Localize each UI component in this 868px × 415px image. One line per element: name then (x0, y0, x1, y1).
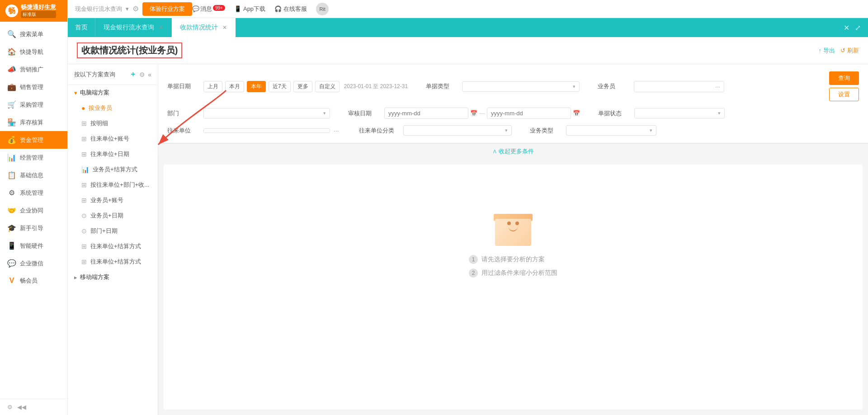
query-button[interactable]: 查询 (829, 71, 859, 85)
app-download-area[interactable]: 📱 App下载 (234, 5, 265, 13)
business-type-label: 业务类型 (530, 127, 557, 135)
sidebar-item-smart-hw[interactable]: 📱 智能硬件 (0, 237, 67, 255)
user-area[interactable]: Rit (316, 3, 329, 15)
this-month-btn[interactable]: 本月 (225, 81, 244, 92)
calendar-to-icon[interactable]: 📅 (573, 110, 580, 117)
tab-expand-icon[interactable]: ⤢ (855, 24, 861, 32)
refresh-button[interactable]: ↺ 刷新 (840, 47, 859, 55)
hint-item-1: 1 请先选择要分析的方案 (469, 255, 545, 264)
sidebar-item-business[interactable]: 📊 经营管理 (0, 149, 67, 166)
sidebar-item-warehouse[interactable]: 🏪 库存核算 (0, 113, 67, 131)
sidebar-item-enterprise[interactable]: 🤝 企业协同 (0, 202, 67, 219)
filter-area: 单据日期 上月 本月 本年 近7天 更多 自定义 2023-01-01 至 20… (158, 64, 868, 143)
plan-salesperson-settlement[interactable]: 📊 业务员+结算方式 (68, 162, 158, 177)
trial-industry-btn[interactable]: 体验行业方案 (142, 2, 192, 16)
plan-salesperson-account[interactable]: ⊞ 业务员+账号 (68, 193, 158, 208)
scheme-settings-icon[interactable]: ⚙ (139, 71, 145, 78)
settings-button[interactable]: 设置 (829, 88, 859, 101)
date-dash: — (479, 110, 485, 117)
message-label: 消息 (200, 5, 212, 13)
mobile-expand-icon: ▸ (74, 274, 77, 281)
export-button[interactable]: ↑ 导出 (819, 47, 835, 55)
tab-collection[interactable]: 收款情况统计 ✕ (172, 18, 236, 37)
review-date-area: 📅 — 📅 (384, 108, 580, 119)
custom-btn[interactable]: 自定义 (315, 81, 340, 92)
plan-counterpart-settlement2[interactable]: ⊞ 往来单位+结算方式 (68, 254, 158, 269)
settings-topbar-icon[interactable]: ⚙ (132, 5, 139, 13)
business-type-arrow: ▾ (650, 127, 652, 133)
wechat-icon: 💬 (7, 259, 16, 268)
review-date-to[interactable] (487, 108, 571, 119)
filter-row-3: 往来单位 ··· 往来单位分类 ▾ 业务类型 (167, 125, 859, 136)
calendar-from-icon[interactable]: 📅 (470, 110, 477, 117)
purchase-icon: 🛒 (7, 100, 16, 109)
desktop-plan-group[interactable]: ▾ 电脑端方案 (68, 85, 158, 100)
counterpart-category-label: 往来单位分类 (359, 127, 394, 135)
dept-select[interactable]: ▾ (203, 108, 330, 118)
guide-icon: 🎓 (7, 224, 16, 232)
message-area[interactable]: 💬 消息 99+ (192, 5, 225, 13)
plan-by-detail[interactable]: ⊞ 按明细 (68, 116, 158, 131)
tab-close-all-icon[interactable]: ✕ (844, 24, 849, 32)
cs2-plan-icon: ⊞ (81, 258, 87, 265)
business-type-select[interactable]: ▾ (566, 125, 656, 136)
empty-hint: 1 请先选择要分析的方案 2 用过滤条件来缩小分析范围 (469, 255, 557, 278)
mobile-plan-group[interactable]: ▸ 移动端方案 (68, 269, 158, 285)
voucher-status-select[interactable]: ▾ (634, 108, 725, 118)
sidebar: 畅 畅捷通好生意 标准版 🔍 搜索菜单 🏠 快捷导航 📣 营销推广 💼 销售管理 (0, 0, 68, 415)
sidebar-item-marketing[interactable]: 📣 营销推广 (0, 61, 67, 78)
tab-home[interactable]: 首页 (68, 18, 95, 37)
salesperson-ellipsis: ··· (715, 83, 720, 90)
online-service-area[interactable]: 🎧 在线客服 (274, 5, 307, 13)
sidebar-item-finance[interactable]: 💰 资金管理 (0, 131, 67, 149)
cs1-plan-icon: ⊞ (81, 243, 87, 250)
sidebar-item-system[interactable]: ⚙ 系统管理 (0, 184, 67, 202)
tab-bank[interactable]: 现金银行流水查询 ✕ (95, 18, 172, 37)
counterpart-select[interactable] (203, 128, 330, 133)
sidebar-item-wechat[interactable]: 💬 企业微信 (0, 255, 67, 272)
smart-hw-icon: 📱 (7, 241, 16, 250)
this-year-btn[interactable]: 本年 (247, 81, 266, 92)
plan-by-salesperson[interactable]: ● 按业务员 (68, 100, 158, 116)
collapse-bar[interactable]: ∧ 收起更多条件 (158, 143, 868, 159)
hint-item-2: 2 用过滤条件来缩小分析范围 (469, 269, 557, 278)
salesperson-select[interactable]: ··· (634, 81, 724, 92)
plan-counterpart-settlement1[interactable]: ⊞ 往来单位+结算方式 (68, 239, 158, 254)
ca-plan-icon: ⊞ (81, 135, 87, 142)
message-icon: 💬 (192, 5, 199, 12)
tab-collection-close[interactable]: ✕ (222, 24, 227, 31)
review-date-from[interactable] (384, 108, 468, 119)
sidebar-item-sales[interactable]: 💼 销售管理 (0, 78, 67, 96)
plan-counterpart-account[interactable]: ⊞ 往来单位+账号 (68, 131, 158, 146)
sidebar-item-guide[interactable]: 🎓 新手引导 (0, 219, 67, 237)
last-7-btn[interactable]: 近7天 (269, 81, 291, 92)
right-panel: 单据日期 上月 本月 本年 近7天 更多 自定义 2023-01-01 至 20… (158, 64, 868, 415)
add-scheme-icon[interactable]: ＋ (129, 70, 137, 79)
counterpart-ellipsis[interactable]: ··· (334, 127, 339, 134)
collapse-panel-icon[interactable]: « (148, 71, 151, 78)
collapse-sidebar-icon[interactable]: ◀◀ (17, 404, 26, 410)
dropdown-icon[interactable]: ▾ (126, 5, 129, 12)
plan-salesperson-date[interactable]: ⊙ 业务员+日期 (68, 208, 158, 223)
page-title: 收款情况统计(按业务员) (77, 42, 182, 58)
page-header: 收款情况统计(按业务员) ↑ 导出 ↺ 刷新 (68, 37, 868, 64)
plan-dept-date[interactable]: ⊙ 部门+日期 (68, 223, 158, 239)
review-date-label: 审核日期 (348, 109, 375, 118)
plan-counterpart-date[interactable]: ⊞ 往来单位+日期 (68, 146, 158, 162)
marketing-icon: 📣 (7, 65, 16, 74)
sidebar-item-purchase[interactable]: 🛒 采购管理 (0, 96, 67, 113)
last-month-btn[interactable]: 上月 (203, 81, 222, 92)
sidebar-item-member[interactable]: V 畅会员 (0, 272, 67, 289)
voucher-type-select[interactable]: ▾ (462, 81, 580, 92)
tab-bank-close[interactable]: ✕ (159, 24, 163, 31)
more-btn[interactable]: 更多 (293, 81, 312, 92)
sidebar-item-basic-info[interactable]: 📋 基础信息 (0, 166, 67, 184)
counterpart-category-select[interactable]: ▾ (403, 125, 512, 136)
sidebar-item-quick-nav[interactable]: 🏠 快捷导航 (0, 43, 67, 61)
sidebar-item-search[interactable]: 🔍 搜索菜单 (0, 25, 67, 43)
settings-bottom-icon[interactable]: ⚙ (7, 404, 13, 410)
export-icon: ↑ (819, 47, 822, 54)
main-content: 现金银行流水查询 ▾ ⚙ 体验行业方案 💬 消息 99+ 📱 App下载 🎧 在… (68, 0, 868, 415)
empty-illustration (486, 192, 540, 246)
plan-counterpart-dept[interactable]: ⊞ 按往来单位+部门+收... (68, 177, 158, 193)
